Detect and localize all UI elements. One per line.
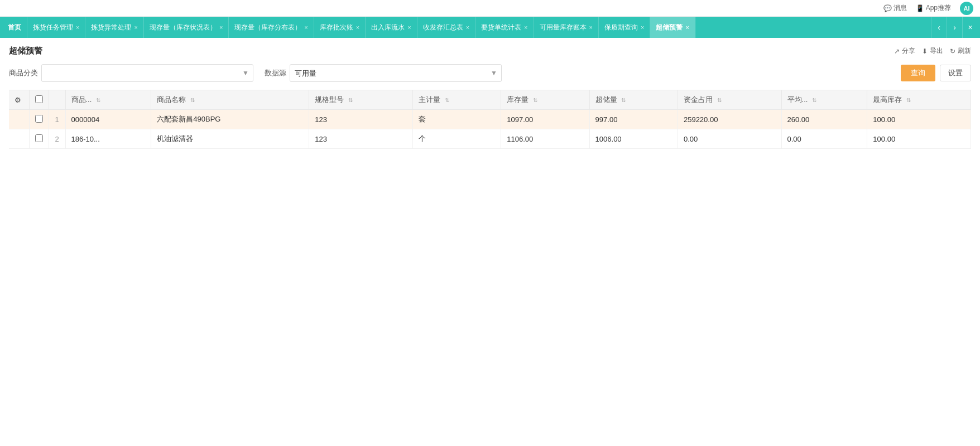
select-all-checkbox[interactable] — [35, 95, 43, 103]
sort-icon-spec: ⇅ — [348, 97, 353, 103]
sort-icon-product-code: ⇅ — [96, 97, 100, 103]
table-header-row: ⚙ 商品... ⇅ 商品名称 ⇅ 规格型号 ⇅ — [9, 90, 971, 110]
row-max-stock-0: 100.00 — [867, 110, 971, 129]
export-icon: ⬇ — [922, 47, 928, 55]
close-tab-overstock-warning[interactable]: × — [685, 24, 689, 31]
row-unit-1: 个 — [412, 129, 501, 149]
row-product-code-0: 0000004 — [65, 110, 151, 129]
row-product-name-0: 六配套新昌490BPG — [151, 110, 309, 129]
nav-tab-available-stock[interactable]: 可用量库存账本 × — [534, 17, 599, 38]
page-title-row: 超储预警 ↗ 分享 ⬇ 导出 ↻ 刷新 — [9, 46, 971, 56]
settings-icon: ⚙ — [15, 96, 21, 104]
row-capital-occ-0: 259220.00 — [678, 110, 781, 129]
share-icon: ↗ — [894, 47, 900, 55]
row-spec-0: 123 — [309, 110, 413, 129]
row-checkbox-0[interactable] — [35, 115, 43, 123]
close-tab-stock-dist[interactable]: × — [304, 24, 308, 31]
row-checkbox-cell-0[interactable] — [29, 110, 49, 129]
category-label: 商品分类 — [9, 68, 38, 78]
title-actions: ↗ 分享 ⬇ 导出 ↻ 刷新 — [894, 46, 971, 56]
nav-tab-pick-task[interactable]: 拣货任务管理 × — [27, 17, 85, 38]
page-title: 超储预警 — [9, 46, 42, 56]
th-max-stock[interactable]: 最高库存 ⇅ — [867, 90, 971, 110]
row-over-qty-1: 1006.00 — [589, 129, 678, 149]
nav-tab-order-stat[interactable]: 要货单统计表 × — [475, 17, 534, 38]
message-btn[interactable]: 💬 消息 — [883, 3, 907, 13]
share-button[interactable]: ↗ 分享 — [894, 46, 915, 56]
nav-tab-stock-summary[interactable]: 收发存汇总表 × — [417, 17, 475, 38]
nav-tab-expiry-query[interactable]: 保质期查询 × — [599, 17, 650, 38]
th-capital-occ[interactable]: 资金占用 ⇅ — [678, 90, 781, 110]
nav-tab-stock-status[interactable]: 现存量（库存状况表） × — [144, 17, 229, 38]
row-product-name-1: 机油滤清器 — [151, 129, 309, 149]
close-tab-stock-flow[interactable]: × — [407, 24, 411, 31]
sort-icon-avg: ⇅ — [812, 97, 816, 103]
query-button[interactable]: 查询 — [901, 65, 935, 81]
th-spec[interactable]: 规格型号 ⇅ — [309, 90, 413, 110]
nav-tab-overstock-warning[interactable]: 超储预警 × — [650, 17, 695, 38]
table-row: 2 186-10... 机油滤清器 123 个 1106.00 1006.00 … — [9, 129, 971, 149]
nav-arrows: ‹ › × — [931, 17, 978, 38]
app-recommend-btn[interactable]: 📱 App推荐 — [916, 3, 951, 13]
nav-arrow-left[interactable]: ‹ — [931, 17, 947, 38]
nav-tab-stock-batch[interactable]: 库存批次账 × — [314, 17, 366, 38]
close-tab-pick-task[interactable]: × — [76, 24, 79, 31]
table-row: 1 0000004 六配套新昌490BPG 123 套 1097.00 997.… — [9, 110, 971, 129]
row-checkbox-cell-1[interactable] — [29, 129, 49, 149]
th-over-qty[interactable]: 超储量 ⇅ — [589, 90, 678, 110]
nav-tabs-bar: 首页 拣货任务管理 × 拣货异常处理 × 现存量（库存状况表） × 现存量（库存… — [0, 17, 980, 38]
datasource-select[interactable]: 可用量 — [290, 64, 502, 82]
sort-icon-capital-occ: ⇅ — [717, 97, 722, 103]
close-tab-stock-batch[interactable]: × — [356, 24, 359, 31]
page-content: 超储预警 ↗ 分享 ⬇ 导出 ↻ 刷新 商品分类 ▼ — [0, 38, 980, 157]
datasource-label: 数据源 — [265, 68, 286, 78]
nav-tab-home[interactable]: 首页 — [2, 17, 27, 38]
datasource-filter-group: 数据源 可用量 ▼ — [265, 64, 502, 82]
row-capital-occ-1: 0.00 — [678, 129, 781, 149]
row-gear-cell-0 — [9, 110, 29, 129]
th-product-code[interactable]: 商品... ⇅ — [65, 90, 151, 110]
setting-button[interactable]: 设置 — [940, 65, 971, 81]
row-spec-1: 123 — [309, 129, 413, 149]
th-product-name[interactable]: 商品名称 ⇅ — [151, 90, 309, 110]
close-tab-stock-status[interactable]: × — [219, 24, 223, 31]
th-unit[interactable]: 主计量 ⇅ — [412, 90, 501, 110]
row-gear-cell-1 — [9, 129, 29, 149]
th-settings[interactable]: ⚙ — [9, 90, 29, 110]
category-filter-group: 商品分类 ▼ — [9, 64, 253, 82]
row-product-code-1: 186-10... — [65, 129, 151, 149]
row-max-stock-1: 100.00 — [867, 129, 971, 149]
row-avg-0: 260.00 — [781, 110, 867, 129]
th-row-num — [49, 90, 65, 110]
row-num-1: 2 — [49, 129, 65, 149]
close-tab-stock-summary[interactable]: × — [466, 24, 469, 31]
row-over-qty-0: 997.00 — [589, 110, 678, 129]
th-checkbox[interactable] — [29, 90, 49, 110]
close-tab-pick-exception[interactable]: × — [134, 24, 137, 31]
row-checkbox-1[interactable] — [35, 134, 43, 142]
user-avatar[interactable]: AI — [960, 2, 973, 15]
nav-tab-stock-flow[interactable]: 出入库流水 × — [366, 17, 417, 38]
nav-tab-pick-exception[interactable]: 拣货异常处理 × — [85, 17, 143, 38]
sort-icon-stock-qty: ⇅ — [533, 97, 537, 103]
nav-arrow-right[interactable]: › — [947, 17, 962, 38]
row-avg-1: 0.00 — [781, 129, 867, 149]
close-tab-order-stat[interactable]: × — [524, 24, 527, 31]
nav-tab-stock-dist[interactable]: 现存量（库存分布表） × — [229, 17, 314, 38]
th-avg[interactable]: 平均... ⇅ — [781, 90, 867, 110]
nav-arrow-close[interactable]: × — [962, 17, 978, 38]
th-stock-qty[interactable]: 库存量 ⇅ — [501, 90, 589, 110]
refresh-icon: ↻ — [950, 47, 955, 55]
data-table: ⚙ 商品... ⇅ 商品名称 ⇅ 规格型号 ⇅ — [9, 90, 971, 149]
datasource-select-wrapper: 可用量 ▼ — [290, 64, 502, 82]
filter-row: 商品分类 ▼ 数据源 可用量 ▼ 查询 设置 — [9, 64, 971, 82]
category-select-wrapper: ▼ — [41, 64, 253, 82]
refresh-button[interactable]: ↻ 刷新 — [950, 46, 971, 56]
close-tab-available-stock[interactable]: × — [589, 24, 593, 31]
category-select[interactable] — [41, 64, 253, 82]
top-bar: 💬 消息 📱 App推荐 AI — [0, 0, 980, 17]
export-button[interactable]: ⬇ 导出 — [922, 46, 943, 56]
close-tab-expiry-query[interactable]: × — [641, 24, 644, 31]
sort-icon-max-stock: ⇅ — [906, 97, 911, 103]
app-icon: 📱 — [916, 4, 924, 12]
